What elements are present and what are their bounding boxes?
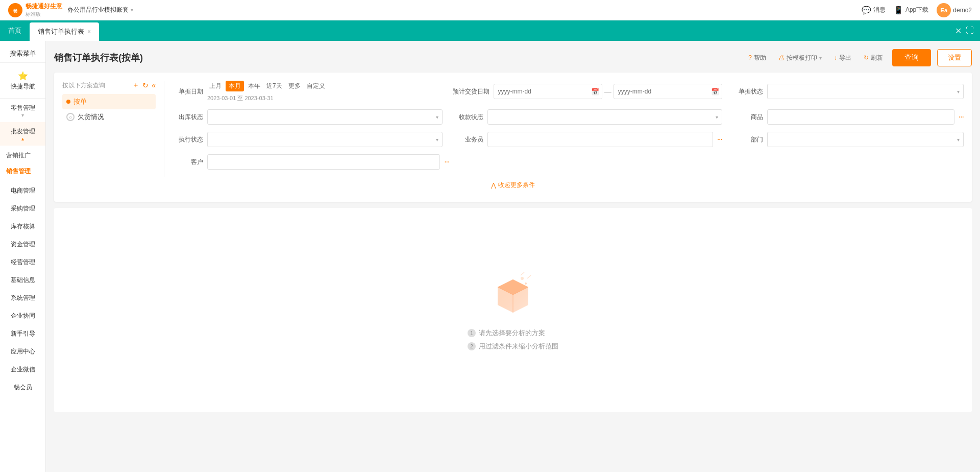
customer-more-icon[interactable]: ···: [444, 157, 449, 167]
payment-status-select[interactable]: [487, 109, 723, 125]
date-range-text: 2023-03-01 至 2023-03-31: [207, 95, 443, 102]
page-header: 销售订单执行表(按单) ? 帮助 🖨 按模板打印 ▾ ↓ 导出 ↻ 刷新: [54, 49, 972, 66]
refresh-scheme-icon[interactable]: ↻: [142, 81, 149, 89]
appcenter-label: 应用中心: [11, 347, 35, 356]
date-tab-current-year[interactable]: 本年: [246, 81, 262, 91]
wholesale-label: 批发管理: [11, 127, 35, 136]
expected-delivery-end-input[interactable]: [614, 84, 722, 99]
sidebar: 搜索菜单 ⭐ 快捷导航 零售管理 ▾ 批发管理 ▴ 营销推广 销售管理 电商管理: [0, 41, 46, 472]
date-tab-last-month[interactable]: 上月: [207, 81, 224, 91]
date-tab-current-month[interactable]: 本月: [226, 81, 244, 91]
date-dash: —: [604, 87, 611, 96]
sidebar-item-enterprise[interactable]: 企业协同: [0, 306, 45, 324]
scheme-欠货情况-label: 欠货情况: [78, 112, 104, 122]
chevron-down-icon: ▾: [131, 7, 133, 13]
query-button[interactable]: 查询: [892, 49, 931, 66]
sidebar-item-system[interactable]: 系统管理: [0, 289, 45, 306]
department-select[interactable]: [767, 132, 964, 147]
empty-tip-2: 2 用过滤条件来缩小分析范围: [468, 342, 558, 351]
collapse-filters-button[interactable]: ⋀ 收起更多条件: [62, 177, 964, 194]
expected-delivery-end-wrap: 📅: [614, 84, 722, 99]
avatar: Ea: [937, 3, 951, 17]
system-label: 系统管理: [11, 294, 35, 302]
sidebar-item-wechat[interactable]: 企业微信: [0, 360, 45, 378]
department-label: 部门: [732, 135, 763, 144]
execution-status-select[interactable]: [207, 132, 443, 147]
help-button[interactable]: ? 帮助: [745, 52, 769, 64]
date-tab-7days[interactable]: 近7天: [264, 81, 284, 91]
doc-status-select[interactable]: [767, 84, 964, 99]
scheme-active-dot: [66, 100, 70, 104]
ecommerce-label: 电商管理: [11, 186, 35, 195]
template-print-button[interactable]: 🖨 按模板打印 ▾: [775, 52, 825, 64]
main-layout: 搜索菜单 ⭐ 快捷导航 零售管理 ▾ 批发管理 ▴ 营销推广 销售管理 电商管理: [0, 41, 980, 472]
customer-input[interactable]: [207, 154, 440, 170]
sidebar-item-ecommerce[interactable]: 电商管理: [0, 181, 45, 199]
shortcut-label: 快捷导航: [11, 82, 35, 91]
scheme-item-欠货情况[interactable]: ○ 欠货情况: [62, 109, 156, 125]
sidebar-item-appcenter[interactable]: 应用中心: [0, 342, 45, 360]
search-menu-label[interactable]: 搜索菜单: [5, 49, 40, 58]
product-more-icon[interactable]: ···: [959, 112, 964, 122]
sidebar-item-purchase[interactable]: 采购管理: [0, 199, 45, 217]
messages-button[interactable]: 💬 消息: [862, 6, 886, 15]
field-product: 商品 ···: [732, 109, 964, 125]
expand-window-icon[interactable]: ⛶: [966, 26, 974, 35]
filter-panel: 按以下方案查询 ＋ ↻ « 按单 ○ 欠货情况: [54, 73, 972, 202]
field-payment-status: 收款状态 ▾: [453, 109, 723, 125]
filter-row-2: 出库状态 ▾ 收款状态: [173, 109, 964, 125]
field-salesperson: 业务员 ···: [453, 132, 723, 147]
sidebar-item-marketing[interactable]: 营销推广: [0, 148, 45, 163]
product-input[interactable]: [767, 109, 954, 125]
print-icon: 🖨: [778, 54, 785, 61]
tab-sales-exec[interactable]: 销售订单执行表 ×: [30, 22, 99, 41]
field-doc-status: 单据状态 ▾: [732, 84, 964, 99]
sidebar-item-shortcut[interactable]: ⭐ 快捷导航: [0, 66, 45, 95]
scheme-item-按单[interactable]: 按单: [62, 94, 156, 109]
payment-status-label: 收款状态: [453, 113, 483, 122]
sidebar-item-member[interactable]: 畅会员: [0, 378, 45, 396]
member-label: 畅会员: [14, 383, 32, 392]
svg-point-7: [521, 277, 524, 280]
field-department: 部门 ▾: [732, 132, 964, 147]
sidebar-item-retail[interactable]: 零售管理 ▾: [0, 99, 45, 122]
salesperson-input[interactable]: [487, 132, 713, 147]
purchase-label: 采购管理: [11, 204, 35, 213]
tab-close-icon[interactable]: ×: [87, 28, 91, 35]
tab-home[interactable]: 首页: [0, 20, 30, 41]
sidebar-item-sales[interactable]: 销售管理: [0, 163, 45, 179]
delivery-status-select[interactable]: [207, 109, 443, 125]
expected-delivery-label: 预计交货日期: [453, 87, 489, 96]
settings-button[interactable]: 设置: [937, 49, 972, 66]
guide-label: 新手引导: [11, 329, 35, 338]
add-scheme-icon[interactable]: ＋: [132, 81, 139, 90]
sidebar-item-wholesale[interactable]: 批发管理 ▴: [0, 122, 45, 146]
export-button[interactable]: ↓ 导出: [831, 52, 854, 64]
collapse-scheme-icon[interactable]: «: [152, 81, 156, 89]
date-tab-more[interactable]: 更多: [286, 81, 303, 91]
salesperson-more-icon[interactable]: ···: [717, 135, 722, 144]
refresh-button[interactable]: ↻ 刷新: [861, 52, 886, 64]
sidebar-item-inventory[interactable]: 库存核算: [0, 217, 45, 235]
date-tab-custom[interactable]: 自定义: [305, 81, 327, 91]
sidebar-item-guide[interactable]: 新手引导: [0, 324, 45, 342]
sidebar-item-basic[interactable]: 基础信息: [0, 271, 45, 289]
sidebar-search[interactable]: 搜索菜单: [0, 45, 45, 63]
company-selector[interactable]: 办公用品行业模拟账套 ▾: [67, 6, 133, 14]
chevron-icon-retail: ▾: [21, 112, 24, 118]
scheme-actions: ＋ ↻ «: [132, 81, 156, 90]
product-label: 商品: [732, 113, 763, 122]
execution-status-select-wrap: ▾: [207, 132, 443, 147]
user-profile[interactable]: Ea demo2: [937, 3, 972, 17]
app-download-button[interactable]: 📱 App下载: [894, 6, 928, 15]
scheme-panel: 按以下方案查询 ＋ ↻ « 按单 ○ 欠货情况: [62, 81, 164, 177]
svg-point-8: [525, 282, 527, 285]
filter-row-4: 客户 ···: [173, 154, 964, 170]
close-window-icon[interactable]: ✕: [955, 26, 962, 36]
content-main: 1 请先选择要分析的方案 2 用过滤条件来缩小分析范围: [54, 208, 972, 412]
sidebar-item-operations[interactable]: 经营管理: [0, 253, 45, 271]
logo-text: 畅捷通好生意 标准版: [26, 3, 62, 17]
expected-delivery-start-input[interactable]: [494, 84, 602, 99]
sidebar-item-finance[interactable]: 资金管理: [0, 235, 45, 253]
expected-delivery-start-wrap: 📅: [494, 84, 602, 99]
